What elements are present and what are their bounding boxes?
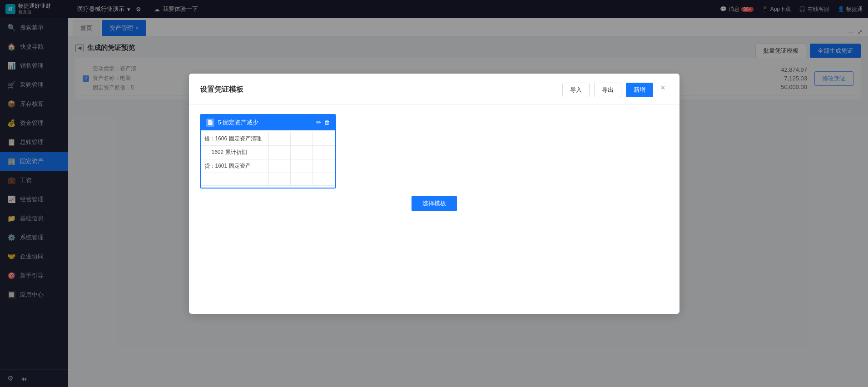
select-template-button[interactable]: 选择模板: [412, 196, 457, 211]
template-actions: ✏ 🗑: [316, 119, 330, 126]
modal-close-button[interactable]: ×: [658, 83, 669, 94]
export-button[interactable]: 导出: [594, 83, 621, 97]
template-card: 📄 5-固定资产减少 ✏ 🗑 借：1606 固定资产清理: [200, 114, 336, 189]
modal-body: 📄 5-固定资产减少 ✏ 🗑 借：1606 固定资产清理: [189, 105, 680, 314]
entry-side: 贷：1601 固定资产: [201, 159, 269, 173]
template-name: 5-固定资产减少: [218, 119, 259, 127]
template-card-header: 📄 5-固定资产减少 ✏ 🗑: [201, 115, 335, 130]
template-entry-row: 1602 累计折旧: [201, 146, 335, 159]
modal-dialog: 设置凭证模板 导入 导出 新增 × 📄 5-固定资产减少 ✏ 🗑: [189, 74, 680, 314]
entry-side: 借：1606 固定资产清理: [201, 132, 269, 145]
new-template-button[interactable]: 新增: [626, 83, 653, 97]
modal-title: 设置凭证模板: [200, 85, 243, 94]
entry-account: 1602 累计折旧: [201, 146, 269, 159]
template-card-body: 借：1606 固定资产清理 1602 累计折旧 贷：1601 固定资产: [201, 130, 335, 188]
import-button[interactable]: 导入: [562, 83, 590, 97]
modal-overlay: 设置凭证模板 导入 导出 新增 × 📄 5-固定资产减少 ✏ 🗑: [0, 0, 868, 387]
template-entry-row: 借：1606 固定资产清理: [201, 132, 335, 146]
template-entry-row: 贷：1601 固定资产: [201, 159, 335, 173]
edit-icon[interactable]: ✏: [316, 119, 321, 126]
delete-icon[interactable]: 🗑: [324, 119, 330, 126]
template-icon: 📄: [206, 119, 214, 127]
template-empty-row: [201, 173, 335, 186]
modal-header: 设置凭证模板 导入 导出 新增 ×: [189, 74, 680, 105]
modal-actions: 导入 导出 新增 ×: [562, 83, 669, 97]
